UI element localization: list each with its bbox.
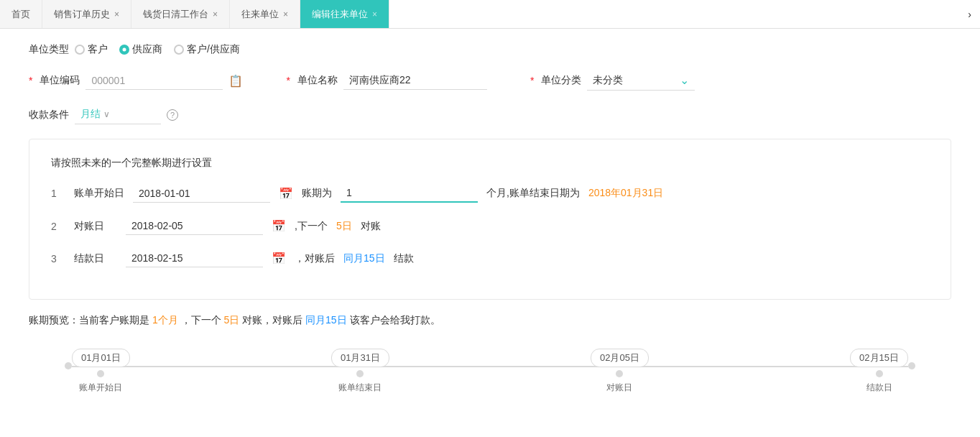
period-box: 请按照未来的一个完整帐期进行设置 1 账单开始日 📅 账期为 个月,账单结束日期… <box>29 139 951 300</box>
code-name-row: * 单位编码 📋 * 单位名称 * 单位分类 未分类 ⌄ <box>29 70 951 91</box>
cal-icon-1[interactable]: 📅 <box>279 187 293 201</box>
cal-icon-2[interactable]: 📅 <box>272 219 286 233</box>
radio-customer-circle <box>75 45 85 55</box>
code-required-star: * <box>29 75 32 86</box>
timeline-badge-2: 01月31日 <box>331 349 389 367</box>
preview-section: 账期预览：当前客户账期是 1个月 ，下一个 5日 对账，对账后 同月15日 该客… <box>29 314 951 327</box>
tab-cash-work-label: 钱货日清工作台 <box>143 8 208 21</box>
period-months-input[interactable] <box>341 184 478 203</box>
period-title: 请按照未来的一个完整帐期进行设置 <box>51 157 929 170</box>
copy-icon[interactable]: 📋 <box>228 74 243 88</box>
code-input[interactable] <box>85 72 223 90</box>
code-group: * 单位编码 📋 <box>29 72 243 90</box>
timeline-label-3: 对账日 <box>606 382 632 394</box>
classify-required-star: * <box>530 75 534 86</box>
timeline-point-3: 02月05日 对账日 <box>591 349 649 394</box>
radio-both-label: 客户/供应商 <box>187 43 240 56</box>
name-group: * 单位名称 <box>286 72 486 90</box>
timeline-badge-3: 02月05日 <box>591 349 649 367</box>
close-sales-history-icon[interactable]: × <box>114 9 119 19</box>
unit-type-row: 单位类型 客户 供应商 客户/供应商 <box>29 43 951 56</box>
tab-sales-history-label: 销售订单历史 <box>54 8 110 21</box>
payment-label: 收款条件 <box>29 109 69 121</box>
timeline-label-1: 账单开始日 <box>79 382 122 394</box>
name-label: 单位名称 <box>297 74 338 87</box>
radio-customer[interactable]: 客户 <box>75 43 108 56</box>
tab-edit-partner-label: 编辑往来单位 <box>312 8 368 21</box>
payment-value: 月结 <box>80 108 101 121</box>
period-day-highlight-2: 5日 <box>336 220 352 233</box>
classify-dropdown[interactable]: 未分类 ⌄ <box>587 70 695 91</box>
radio-customer-label: 客户 <box>88 43 108 56</box>
radio-both[interactable]: 客户/供应商 <box>174 43 240 56</box>
payment-dropdown[interactable]: 月结 ∨ <box>75 105 161 124</box>
tab-edit-partner[interactable]: 编辑往来单位 × <box>300 0 389 28</box>
main-content: 单位类型 客户 供应商 客户/供应商 * 单位编码 <box>0 29 980 437</box>
timeline-left-dot <box>65 362 72 369</box>
classify-label: 单位分类 <box>541 74 581 87</box>
timeline-badge-4: 02月15日 <box>850 349 908 367</box>
timeline-dot-1 <box>97 370 104 377</box>
name-required-star: * <box>286 75 290 86</box>
tab-cash-work[interactable]: 钱货日清工作台 × <box>131 0 230 28</box>
preview-part1: 1个月 <box>152 314 178 326</box>
timeline-point-1: 01月01日 账单开始日 <box>72 349 130 394</box>
tab-home[interactable]: 首页 <box>0 0 42 28</box>
tab-sales-history[interactable]: 销售订单历史 × <box>42 0 131 28</box>
close-partner-icon[interactable]: × <box>283 9 288 19</box>
preview-part3: 同月15日 <box>305 314 347 326</box>
preview-part4-text: 该客户会给我打款。 <box>350 314 440 326</box>
period-suffix-3: 结款 <box>394 252 414 265</box>
tab-home-label: 首页 <box>11 8 30 21</box>
cal-icon-3[interactable]: 📅 <box>272 252 286 265</box>
period-date-input-3[interactable] <box>126 249 263 267</box>
chevron-right-icon: › <box>968 9 971 20</box>
timeline-point-2: 01月31日 账单结束日 <box>331 349 389 394</box>
preview-label: 账期预览：当前客户账期是 <box>29 314 149 326</box>
preview-part3-text: 对账，对账后 <box>242 314 302 326</box>
radio-group: 客户 供应商 客户/供应商 <box>75 43 240 56</box>
preview-part2-text: ，下一个 <box>181 314 221 326</box>
timeline-label-2: 账单结束日 <box>338 382 382 394</box>
help-icon[interactable]: ? <box>167 109 178 121</box>
period-label-1: 账单开始日 <box>74 187 124 200</box>
period-row-3: 3 结款日 📅 ，对账后 同月15日 结款 <box>51 249 929 267</box>
timeline-dot-2 <box>356 370 364 377</box>
timeline-right-dot <box>908 362 915 369</box>
period-label-3: 结款日 <box>74 252 117 265</box>
classify-group: * 单位分类 未分类 ⌄ <box>530 70 695 91</box>
period-row-1: 1 账单开始日 📅 账期为 个月,账单结束日期为 2018年01月31日 <box>51 184 929 203</box>
name-input[interactable] <box>343 72 487 90</box>
unit-type-group: 单位类型 客户 供应商 客户/供应商 <box>29 43 240 56</box>
period-suffix-before-1: 账期为 <box>302 187 332 200</box>
period-num-1: 1 <box>51 188 65 199</box>
timeline-label-4: 结款日 <box>866 382 892 394</box>
period-prefix-2: ,下一个 <box>295 220 328 233</box>
period-end-date-highlight: 2018年01月31日 <box>588 187 663 200</box>
radio-supplier-circle <box>119 45 129 55</box>
tab-partner-label: 往来单位 <box>241 8 279 21</box>
period-num-2: 2 <box>51 221 65 232</box>
timeline-point-4: 02月15日 结款日 <box>850 349 908 394</box>
timeline-badge-1: 01月01日 <box>72 349 130 367</box>
classify-arrow-icon: ⌄ <box>680 73 689 87</box>
close-edit-partner-icon[interactable]: × <box>372 9 377 19</box>
classify-value: 未分类 <box>593 74 677 87</box>
tab-partner[interactable]: 往来单位 × <box>230 0 300 28</box>
period-date-input-1[interactable] <box>133 185 270 203</box>
close-cash-work-icon[interactable]: × <box>213 9 218 19</box>
payment-group: 收款条件 月结 ∨ ? <box>29 105 178 124</box>
unit-type-label: 单位类型 <box>29 43 69 56</box>
period-suffix-after-1: 个月,账单结束日期为 <box>486 187 580 200</box>
timeline-dot-4 <box>876 370 883 377</box>
period-date-input-2[interactable] <box>126 217 263 235</box>
period-day-highlight-3: 同月15日 <box>343 252 385 265</box>
tab-more-button[interactable]: › <box>959 0 980 28</box>
radio-supplier[interactable]: 供应商 <box>119 43 162 56</box>
period-label-2: 对账日 <box>74 220 117 233</box>
code-label: 单位编码 <box>40 74 80 87</box>
period-row-2: 2 对账日 📅 ,下一个 5日 对账 <box>51 217 929 235</box>
radio-both-circle <box>174 45 184 55</box>
period-num-3: 3 <box>51 253 65 264</box>
payment-row: 收款条件 月结 ∨ ? <box>29 105 951 124</box>
